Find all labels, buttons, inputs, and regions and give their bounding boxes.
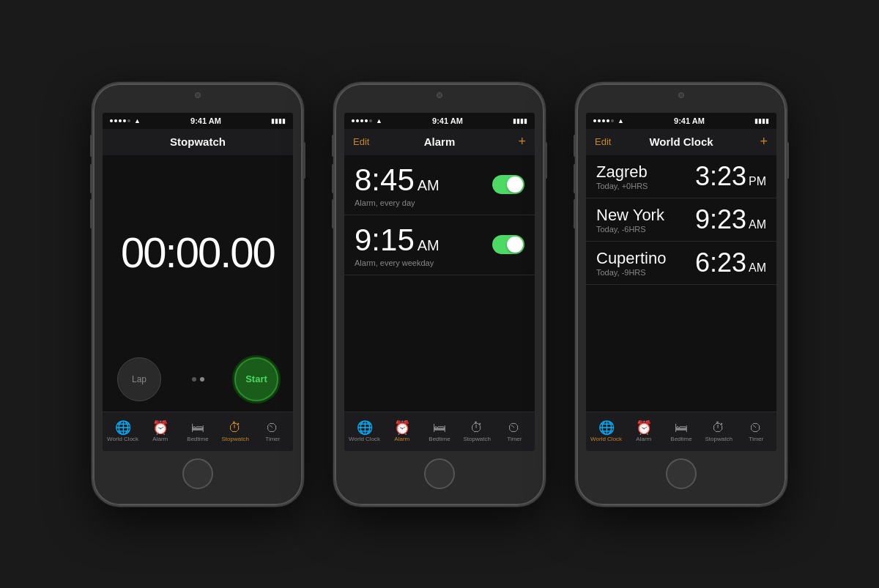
bedtime-label: Bedtime [187,436,208,442]
world-clock-label: World Clock [107,436,138,442]
tab-bedtime[interactable]: 🛏 Bedtime [179,421,216,442]
tab-bedtime[interactable]: 🛏 Bedtime [662,421,700,442]
alarm-icon: ⏰ [636,421,652,434]
wc-city: New York [596,206,664,225]
bedtime-label: Bedtime [429,436,450,442]
status-bar: ▲ 9:41 AM ▮▮▮▮ [586,113,776,129]
timer-label: Timer [265,436,280,442]
battery-icon: ▮▮▮▮ [754,117,769,124]
world-clock-label: World Clock [590,436,622,442]
timer-label: Timer [749,436,763,442]
status-time: 9:41 AM [674,116,705,125]
tab-bar: 🌐 World Clock ⏰ Alarm 🛏 Bedtime ⏱ Stopwa… [103,412,293,451]
battery-icon: ▮▮▮▮ [513,117,527,124]
screen-world-clock-phone: ▲ 9:41 AM ▮▮▮▮ EditWorld Clock+ Zagreb T… [586,113,776,451]
alarm-label: Alarm, every day [355,198,440,207]
alarm-toggle[interactable] [492,235,524,254]
world-clock-icon: 🌐 [357,421,373,434]
phone-stopwatch-phone: ▲ 9:41 AM ▮▮▮▮ Stopwatch00:00.00 Lap Sta… [92,82,304,507]
alarm-content: 8:45 AM Alarm, every day 9:15 AM Alarm, … [344,155,535,412]
nav-edit-button[interactable]: Edit [353,136,375,147]
lap-button[interactable]: Lap [117,357,161,401]
alarm-time: 9:15 [355,223,415,258]
wc-offset: Today, -6HRS [596,225,664,234]
status-signal: ▲ [110,117,141,124]
stopwatch-label: Stopwatch [464,436,491,442]
wc-city-group: New York Today, -6HRS [596,206,664,234]
wc-time: 9:23 [695,204,746,235]
home-button[interactable] [182,458,213,489]
alarm-item-1[interactable]: 9:15 AM Alarm, every weekday [344,215,535,275]
alarm-time-group: 9:15 AM Alarm, every weekday [355,223,440,267]
home-button[interactable] [424,458,455,489]
bedtime-label: Bedtime [670,436,691,442]
wc-time-group: 3:23 PM [695,161,766,192]
tab-alarm[interactable]: ⏰ Alarm [625,421,662,442]
timer-icon: ⏲ [508,421,521,434]
nav-bar: Stopwatch [103,129,293,155]
timer-icon: ⏲ [266,421,279,434]
worldclock-content: Zagreb Today, +0HRS 3:23 PM New York Tod… [586,155,776,412]
stopwatch-icon: ⏱ [470,421,483,434]
bedtime-icon: 🛏 [191,421,204,434]
dot-1 [192,377,196,382]
tab-alarm[interactable]: ⏰ Alarm [383,421,420,442]
world-clock-label: World Clock [349,436,380,442]
battery-icon: ▮▮▮▮ [271,117,286,124]
status-bar: ▲ 9:41 AM ▮▮▮▮ [344,113,535,129]
stopwatch-display: 00:00.00 [121,228,275,277]
world-clock-icon: 🌐 [598,421,615,434]
alarm-time-group: 8:45 AM Alarm, every day [355,163,440,207]
wc-time-group: 6:23 AM [695,248,766,278]
tab-stopwatch[interactable]: ⏱ Stopwatch [217,421,254,442]
status-bar: ▲ 9:41 AM ▮▮▮▮ [103,113,293,129]
tab-timer[interactable]: ⏲ Timer [738,421,775,442]
nav-title: Stopwatch [133,135,262,148]
wc-city: Cupertino [596,249,666,268]
status-signal: ▲ [352,117,382,124]
tab-stopwatch[interactable]: ⏱ Stopwatch [700,421,738,442]
screen-stopwatch-phone: ▲ 9:41 AM ▮▮▮▮ Stopwatch00:00.00 Lap Sta… [103,113,293,451]
tab-world-clock[interactable]: 🌐 World Clock [587,421,625,442]
tab-stopwatch[interactable]: ⏱ Stopwatch [459,421,496,442]
tab-bar: 🌐 World Clock ⏰ Alarm 🛏 Bedtime ⏱ Stopwa… [586,412,776,451]
wc-city-group: Cupertino Today, -9HRS [596,249,666,277]
stopwatch-label: Stopwatch [222,436,249,442]
phone-alarm-phone: ▲ 9:41 AM ▮▮▮▮ EditAlarm+ 8:45 AM Alarm,… [333,82,546,507]
tab-alarm[interactable]: ⏰ Alarm [141,421,179,442]
stopwatch-icon: ⏱ [712,421,725,434]
timer-icon: ⏲ [749,421,763,434]
nav-add-button[interactable]: + [504,134,526,149]
nav-bar: EditAlarm+ [344,129,535,155]
alarm-ampm: AM [418,177,440,194]
alarm-time: 8:45 [355,163,415,198]
nav-title: Alarm [375,135,504,148]
dot-2 [200,377,204,382]
wc-time: 6:23 [695,248,746,278]
start-button[interactable]: Start [234,357,278,401]
tab-bedtime[interactable]: 🛏 Bedtime [420,421,458,442]
wifi-icon: ▲ [376,117,382,124]
status-signal: ▲ [593,117,624,124]
wc-offset: Today, +0HRS [596,182,648,190]
stopwatch-content: 00:00.00 Lap Start [103,155,293,412]
tab-timer[interactable]: ⏲ Timer [254,421,292,442]
tab-world-clock[interactable]: 🌐 World Clock [104,421,141,442]
alarm-item-0[interactable]: 8:45 AM Alarm, every day [344,155,535,215]
wc-ampm: AM [749,261,766,275]
wc-item-0: Zagreb Today, +0HRS 3:23 PM [586,155,776,198]
home-button[interactable] [666,458,697,489]
wifi-icon: ▲ [134,117,141,124]
tab-world-clock[interactable]: 🌐 World Clock [346,421,383,442]
screen-alarm-phone: ▲ 9:41 AM ▮▮▮▮ EditAlarm+ 8:45 AM Alarm,… [344,113,535,451]
wc-item-1: New York Today, -6HRS 9:23 AM [586,198,776,242]
tab-timer[interactable]: ⏲ Timer [496,421,533,442]
nav-edit-button[interactable]: Edit [595,136,617,147]
nav-add-button[interactable]: + [746,134,768,149]
world-clock-icon: 🌐 [115,421,131,434]
alarm-icon: ⏰ [152,421,168,434]
wc-city-group: Zagreb Today, +0HRS [596,163,648,190]
alarm-toggle[interactable] [492,175,524,194]
nav-title: World Clock [617,135,746,148]
wc-time: 3:23 [695,161,746,192]
